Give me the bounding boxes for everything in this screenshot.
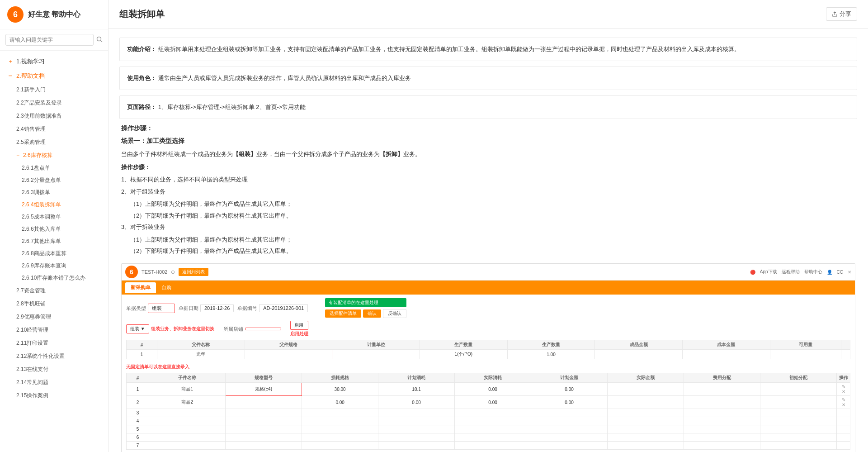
sidebar: 6 好生意 帮助中心 + 1.视频学习 − 2.帮助文档 (0, 0, 108, 452)
sidebar-item-stock-error[interactable]: 2.6.10库存账本错了怎么办 (0, 272, 108, 284)
annotation-1-box: 有装配清单的在这里处理 (325, 298, 406, 307)
lower-cell-2-op[interactable]: ✎ ✕ (837, 396, 850, 409)
lower-cell-1-actual: 0.00 (455, 383, 531, 396)
screenshot-close-icon[interactable]: ✕ (848, 270, 851, 275)
step-3-1: （1）上部明细为父件明细，最终作为原材料生成其它出库单； (130, 234, 855, 245)
lower-cell-1-delete-icon[interactable]: ✕ (842, 389, 845, 394)
screenshot-tab-self[interactable]: 自购 (158, 282, 175, 293)
sidebar-item-docs[interactable]: − 2.帮助文档 (0, 69, 108, 83)
sidebar-item-print[interactable]: 2.11打印设置 (0, 337, 108, 350)
lower-col-loss-spec: 损耗规格 (302, 373, 378, 383)
sidebar-item-data-prep[interactable]: 2.3使用前数据准备 (0, 109, 108, 123)
annotation-3-text: 启用处理 (290, 331, 308, 337)
lower-cell-5-fee (684, 425, 760, 433)
warehouse-input[interactable] (245, 328, 281, 330)
lower-cell-7-op (837, 442, 850, 450)
screenshot-app-id: TEST-H002 (142, 269, 167, 275)
lower-cell-5-no: 5 (127, 425, 149, 433)
btn-confirm[interactable]: 确认 (363, 309, 381, 318)
lower-col-child-name: 子件名称 (149, 373, 226, 383)
lower-cell-1-plan-amt: 0.00 (531, 383, 608, 396)
form-type-input[interactable]: 组装 (148, 304, 175, 313)
sidebar-item-inventory[interactable]: − 2.6库存核算 (0, 149, 108, 162)
lower-cell-1-plan: 10.1 (378, 383, 455, 396)
sidebar-item-cost-recalc[interactable]: 2.6.8商品成本重算 (0, 247, 108, 260)
lower-cell-7-name (149, 442, 226, 450)
form-date-input[interactable]: 2019-12-26 (200, 304, 234, 312)
search-input[interactable] (5, 34, 94, 46)
screenshot-nav-btn[interactable]: 返回到列表 (179, 268, 208, 276)
lower-cell-6-spec (226, 433, 302, 442)
sidebar-item-sales[interactable]: 2.4销售管理 (0, 123, 108, 136)
sidebar-item-assembly[interactable]: 2.6.4组装拆卸单 (0, 199, 108, 211)
sidebar-item-transfer[interactable]: 2.6.3调拨单 (0, 186, 108, 199)
lower-cell-2-loss: 0.00 (302, 396, 378, 409)
lower-cell-1-edit-icon[interactable]: ✎ (842, 384, 845, 389)
lower-col-hash: # (127, 373, 149, 383)
sidebar-item-finance[interactable]: 2.7资金管理 (0, 284, 108, 297)
search-area[interactable] (0, 29, 108, 51)
sidebar-item-partial-stock[interactable]: 2.6.2分量盘点单 (0, 174, 108, 186)
lower-cell-5-init (760, 425, 836, 433)
share-button[interactable]: 分享 (826, 7, 857, 21)
upper-col-parent-name: 父件名称 (157, 340, 245, 350)
sidebar-item-cost-adjust[interactable]: 2.6.5成本调整单 (0, 211, 108, 223)
form-row-2: 组装 ▼ 组装业务、拆卸业务在这里切换 所属店铺 启用 启用处理 (126, 321, 850, 337)
upper-col-op (841, 340, 850, 350)
lower-cell-1-op[interactable]: ✎ ✕ (837, 383, 850, 396)
lower-cell-4-name (149, 417, 226, 425)
lower-cell-3-actual-amt (608, 409, 684, 417)
sidebar-item-video[interactable]: + 1.视频学习 (0, 54, 108, 69)
sidebar-item-other-in[interactable]: 2.6.6其他入库单 (0, 223, 108, 235)
lower-cell-1-spec: 规格(±4) (226, 383, 302, 396)
lower-row-7: 7 (127, 442, 850, 450)
path-text: 1、库存核算->库存管理->组装拆卸单 2、首页->常用功能 (158, 104, 306, 110)
btn-select-config[interactable]: 选择配件清单 (325, 309, 361, 318)
intro-label: 功能介绍： (127, 46, 156, 52)
lower-cell-6-actual (455, 433, 531, 442)
lower-cell-5-plan-amt (531, 425, 608, 433)
sidebar-item-payment[interactable]: 2.13在线支付 (0, 363, 108, 376)
sidebar-item-install[interactable]: 2.2产品安装及登录 (0, 96, 108, 109)
upper-cell-1-avail (770, 350, 841, 359)
sidebar-item-other-out[interactable]: 2.6.7其他出库单 (0, 235, 108, 247)
type-switch-btn[interactable]: 组装 ▼ (126, 324, 149, 333)
lower-cell-5-name (149, 425, 226, 433)
lower-cell-2-delete-icon[interactable]: ✕ (842, 402, 845, 407)
sidebar-item-cases[interactable]: 2.15操作案例 (0, 389, 108, 402)
scene-1-steps-heading: 操作步骤： (121, 163, 855, 171)
search-button[interactable] (96, 36, 103, 44)
enable-btn[interactable]: 启用 (290, 321, 308, 330)
screenshot-tab-active[interactable]: 新采购单 (125, 282, 156, 293)
lower-cell-4-init (760, 417, 836, 425)
enable-area: 启用 启用处理 (290, 321, 308, 337)
sidebar-item-operation[interactable]: 2.10经营管理 (0, 324, 108, 337)
minus-icon: − (7, 73, 14, 79)
sidebar-item-newbie[interactable]: 2.1新手入门 (0, 83, 108, 96)
sidebar-item-purchase[interactable]: 2.5采购管理 (0, 136, 108, 149)
upper-col-hash: # (127, 340, 157, 350)
sidebar-item-faq[interactable]: 2.14常见问题 (0, 376, 108, 389)
lower-cell-2-edit-icon[interactable]: ✎ (842, 397, 845, 402)
lower-cell-2-spec (226, 396, 302, 409)
annotation-2-text: 组装业务、拆卸业务在这里切换 (151, 326, 214, 332)
lower-row-1: 1 商品1 规格(±4) 30.00 10.1 0.00 0.00 (127, 383, 850, 396)
sidebar-item-personalize[interactable]: 2.12系统个性化设置 (0, 350, 108, 363)
lower-cell-3-plan-amt (531, 409, 608, 417)
lower-cell-3-loss (302, 409, 378, 417)
sidebar-item-stock-query[interactable]: 2.6.9库存账本查询 (0, 260, 108, 272)
logo-text: 好生意 帮助中心 (28, 10, 80, 19)
sidebar-item-coupon[interactable]: 2.9优惠券管理 (0, 310, 108, 324)
svg-point-0 (97, 37, 101, 41)
lower-cell-3-fee (684, 409, 760, 417)
sidebar-item-mobile[interactable]: 2.8手机旺铺 (0, 297, 108, 310)
upper-cell-1-spec (245, 350, 332, 359)
btn-unconfirm[interactable]: 反确认 (383, 309, 406, 318)
form-no-input[interactable]: AD-20191226-001 (259, 304, 308, 312)
sidebar-item-stock-count[interactable]: 2.6.1盘点单 (0, 162, 108, 174)
lower-cell-6-op (837, 433, 850, 442)
upper-col-available: 可用量 (770, 340, 841, 350)
annotation-area-1: 有装配清单的在这里处理 选择配件清单 确认 反确认 (325, 298, 406, 318)
lower-col-fee-alloc: 费用分配 (684, 373, 760, 383)
nav-section-1: + 1.视频学习 (0, 54, 108, 69)
